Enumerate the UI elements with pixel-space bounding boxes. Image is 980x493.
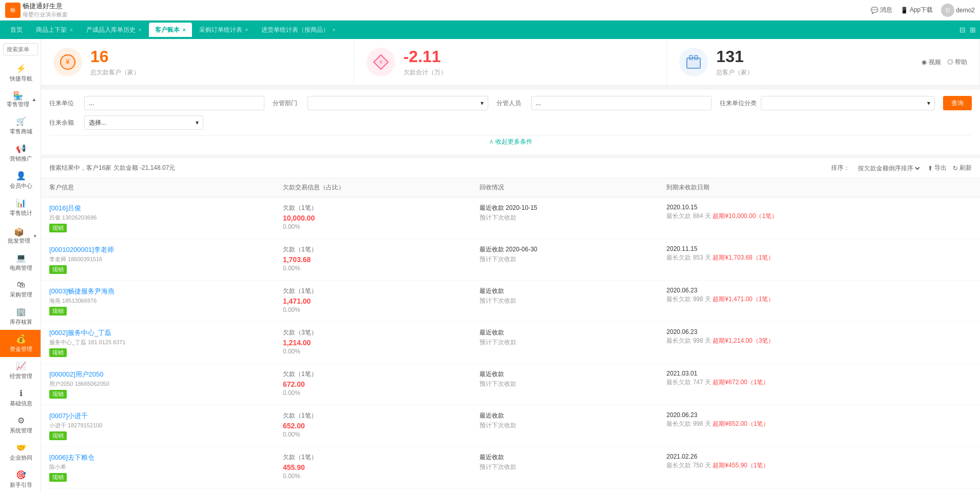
sidebar-item-quick-nav[interactable]: ⚡ 快捷导航: [0, 60, 41, 87]
sort-label: 排序：: [831, 164, 850, 172]
customer-name-5[interactable]: [0007]小进千: [49, 411, 266, 421]
finance-icon: 💰: [16, 334, 26, 344]
cell-recovery-6: 最近收款 预计下次收款: [471, 447, 659, 488]
customer-name-4[interactable]: [000002]用户2050: [49, 370, 266, 379]
help-link[interactable]: ◎ 帮助: [947, 58, 967, 67]
debt-amount-5[interactable]: 652.00: [283, 422, 463, 430]
filter-select-balance-text: 选择...: [89, 119, 106, 127]
table-row: [000002]用户2050 用户2050 18665062050 现销 欠款（…: [41, 364, 980, 405]
filter-item-customer: 往来单位 ...: [49, 96, 264, 110]
collapse-more-filters[interactable]: ∧ 收起更多条件: [49, 135, 972, 148]
filter-select-dept[interactable]: ▾: [308, 96, 488, 110]
col-recovery: 回收情况: [471, 178, 659, 198]
guide-label: 新手引导: [10, 481, 32, 489]
tab-production-close[interactable]: ×: [139, 27, 142, 33]
tab-purchase-stats[interactable]: 采购订单统计表 ×: [193, 23, 255, 37]
tab-customer-account[interactable]: 客户账本 ×: [149, 23, 192, 37]
table-row: [0002]服务中心_丁磊 服务中心_丁磊 181 0125 8371 现销 欠…: [41, 322, 980, 364]
filter-select-balance-arrow: ▾: [196, 119, 199, 126]
tab-products-close[interactable]: ×: [70, 27, 73, 33]
customer-name-0[interactable]: [0016]吕俊: [49, 204, 266, 213]
filter-select-category[interactable]: ▾: [761, 96, 935, 110]
tab-inventory-stats[interactable]: 进货单统计表（按商品） ×: [255, 23, 341, 37]
tab-products-label: 商品上下架: [36, 26, 67, 34]
sidebar-item-retail-mall[interactable]: 🛒 零售商城: [0, 112, 41, 140]
customer-name-1[interactable]: [00010200001]李老师: [49, 245, 266, 254]
recovery-next-3: 预计下次收款: [479, 338, 650, 347]
tab-production[interactable]: 产成品入库单历史 ×: [80, 23, 148, 37]
app-download-btn[interactable]: 📱 App下载: [900, 6, 933, 14]
customer-name-3[interactable]: [0002]服务中心_丁磊: [49, 328, 266, 338]
sidebar-item-marketing[interactable]: 📢 营销推广: [0, 140, 41, 167]
filter-row-2: 往来余额 选择... ▾: [49, 115, 972, 130]
debt-amount-4[interactable]: 672.00: [283, 380, 463, 388]
sidebar-item-batch-mgmt[interactable]: 📦 批发管理 ▾: [0, 223, 41, 249]
tab-minimize-btn[interactable]: ⊟: [959, 26, 966, 34]
overdue-days-4: 最长欠款 747 天 超期¥672.00（1笔）: [666, 378, 972, 387]
overdue-days-2: 最长欠款 998 天 超期¥1,471.00（1笔）: [666, 295, 972, 304]
debt-amount-2[interactable]: 1,471.00: [283, 297, 463, 305]
sidebar-item-retail-mgmt[interactable]: 🏪 零售管理 ▲: [0, 87, 41, 112]
sidebar: ⚡ 快捷导航 🏪 零售管理 ▲ 🛒 零售商城 📢 营销推广 👤 会员中心 📊 零…: [0, 39, 41, 493]
overdue-link-5[interactable]: 超期¥652.00（1笔）: [713, 420, 769, 427]
sidebar-item-system[interactable]: ⚙ 系统管理: [0, 411, 41, 439]
tab-expand-btn[interactable]: ⊞: [970, 26, 976, 34]
sidebar-item-finance[interactable]: 💰 资金管理: [0, 330, 41, 357]
table-row: [0003]畅捷服务尹海燕 海燕 18513066976 现销 欠款（1笔） 1…: [41, 281, 980, 322]
overdue-link-3[interactable]: 超期¥1,214.00（3笔）: [713, 337, 774, 344]
sidebar-item-retail-stats[interactable]: 📊 零售统计: [0, 194, 41, 221]
debt-percent-3: 0.00%: [283, 348, 463, 355]
recovery-info-0: 最近收款 2020-10-15: [479, 204, 650, 212]
overdue-link-4[interactable]: 超期¥672.00（1笔）: [713, 379, 769, 386]
export-icon: ⬆: [928, 165, 933, 172]
guide-icon: 🎯: [16, 470, 26, 480]
debt-amount-0[interactable]: 10,000.00: [283, 214, 463, 222]
main-layout: ⚡ 快捷导航 🏪 零售管理 ▲ 🛒 零售商城 📢 营销推广 👤 会员中心 📊 零…: [0, 39, 980, 493]
filter-select-balance[interactable]: 选择... ▾: [84, 115, 203, 130]
cell-due-6: 2021.02.26 最长欠款 750 天 超期¥455.90（1笔）: [658, 447, 980, 488]
filter-input-person[interactable]: ...: [531, 96, 712, 110]
filter-input-customer[interactable]: ...: [84, 96, 264, 110]
message-btn[interactable]: 💬 消息: [871, 6, 892, 14]
tab-products[interactable]: 商品上下架 ×: [30, 23, 79, 37]
user-menu[interactable]: D demo2: [941, 4, 975, 17]
debt-amount-6[interactable]: 455.90: [283, 463, 463, 471]
customer-name-6[interactable]: [0006]去下粮仓: [49, 453, 266, 462]
tab-home[interactable]: 首页: [4, 23, 29, 37]
sidebar-item-inventory[interactable]: 🏢 库存核算: [0, 303, 41, 330]
sidebar-item-base-info[interactable]: ℹ 基础信息: [0, 384, 41, 411]
cell-recovery-3: 最近收款 预计下次收款: [471, 322, 659, 364]
tab-production-label: 产成品入库单历史: [86, 26, 136, 34]
sort-select[interactable]: 按欠款金额倒序排序: [856, 164, 921, 172]
tab-bar: 首页 商品上下架 × 产成品入库单历史 × 客户账本 × 采购订单统计表 × 进…: [0, 21, 980, 39]
filter-area: 往来单位 ... 分管部门 ▾ 分管人员 ...: [41, 90, 980, 154]
overdue-link-1[interactable]: 超期¥1,703.68（1笔）: [713, 254, 774, 261]
message-icon: 💬: [871, 7, 878, 14]
filter-select-category-arrow: ▾: [927, 100, 930, 107]
debt-amount-3[interactable]: 1,214.00: [283, 339, 463, 347]
customer-name-2[interactable]: [0003]畅捷服务尹海燕: [49, 287, 266, 296]
debt-amount-1[interactable]: 1,703.68: [283, 255, 463, 264]
overdue-link-0[interactable]: 超期¥10,000.00（1笔）: [713, 212, 778, 220]
sidebar-item-member[interactable]: 👤 会员中心: [0, 167, 41, 194]
sidebar-item-ecommerce[interactable]: 💻 电商管理: [0, 249, 41, 276]
sidebar-item-guide[interactable]: 🎯 新手引导: [0, 466, 41, 493]
overdue-link-2[interactable]: 超期¥1,471.00（1笔）: [713, 295, 774, 303]
sidebar-item-enterprise[interactable]: 🤝 企业协同: [0, 439, 41, 466]
sidebar-search-input[interactable]: [3, 43, 38, 55]
tab-inventory-stats-close[interactable]: ×: [332, 27, 335, 33]
customer-tag-6: 现销: [49, 473, 67, 482]
overdue-link-6[interactable]: 超期¥455.90（1笔）: [713, 462, 769, 469]
filter-label-category: 往来单位分类: [720, 99, 757, 108]
export-btn[interactable]: ⬆ 导出: [928, 164, 947, 172]
video-link[interactable]: ◉ 视频: [921, 58, 940, 67]
sidebar-item-operations[interactable]: 📈 经营管理: [0, 357, 41, 384]
refresh-btn[interactable]: ↻ 刷新: [953, 164, 972, 172]
tab-customer-account-close[interactable]: ×: [183, 27, 186, 33]
sidebar-item-purchase[interactable]: 🛍 采购管理: [0, 276, 41, 303]
brand-logo: 畅: [5, 3, 21, 18]
search-button[interactable]: 查询: [943, 96, 972, 110]
tab-customer-account-label: 客户账本: [155, 26, 180, 34]
tab-purchase-stats-close[interactable]: ×: [245, 27, 248, 33]
retail-mgmt-arrow: ▲: [32, 97, 36, 102]
